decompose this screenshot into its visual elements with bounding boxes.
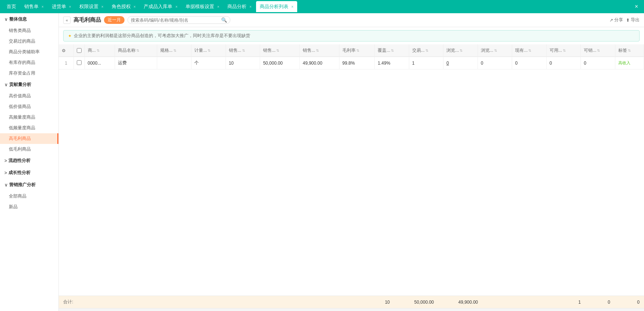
- collapse-sidebar-button[interactable]: «: [63, 17, 71, 24]
- col-label: 覆盖...: [378, 47, 390, 54]
- col-label: 可销...: [584, 47, 596, 54]
- col-header-unit: 计量...⇅: [191, 44, 226, 57]
- sort-icon[interactable]: ⇅: [173, 48, 176, 53]
- row-available1: 0: [512, 57, 546, 69]
- content-area: « 高毛利商品 近一月 🔍 ↗ 分享 ⬆ 导出 ✦ 企业的主要: [59, 13, 644, 311]
- col-header-transaction: 交易...⇅: [409, 44, 443, 57]
- sidebar-item-low-freq[interactable]: 低频量度商品: [0, 123, 58, 133]
- row-sales-profit: 49,900.00: [299, 57, 339, 69]
- col-header-available1: 现有...⇅: [512, 44, 546, 57]
- nav-close-purchase[interactable]: ×: [69, 5, 71, 9]
- row-sales-amount: 50,000.00: [260, 57, 300, 69]
- col-header-settings[interactable]: ⚙: [59, 44, 73, 57]
- header-actions: ↗ 分享 ⬆ 导出: [609, 17, 640, 23]
- sort-icon[interactable]: ⇅: [242, 48, 245, 53]
- nav-item-template[interactable]: 单据模板设置×: [182, 1, 223, 12]
- sidebar-item-all-products[interactable]: 全部商品: [0, 191, 58, 202]
- nav-item-permission[interactable]: 权限设置×: [76, 1, 107, 12]
- row-browse1[interactable]: 0: [443, 57, 478, 69]
- sidebar-item-stock-capital[interactable]: 库存资金占用: [0, 68, 58, 79]
- nav-item-purchase[interactable]: 进货单×: [48, 1, 75, 12]
- nav-item-analysis[interactable]: 商品分析×: [224, 1, 255, 12]
- sidebar-item-new-products[interactable]: 新品: [0, 202, 58, 212]
- sidebar: ∨整体信息销售类商品交易过的商品商品分类辅助率有库存的商品库存资金占用∨贡献量分…: [0, 13, 59, 311]
- col-header-sales-amount: 销售...⇅: [260, 44, 300, 57]
- col-label: 毛利率: [342, 47, 356, 54]
- sort-icon[interactable]: ⇅: [494, 48, 497, 53]
- sidebar-section-marketing[interactable]: ∨营销推广分析: [0, 179, 58, 191]
- sidebar-item-high-margin[interactable]: 高毛利商品: [0, 133, 58, 144]
- sidebar-section-overall[interactable]: ∨整体信息: [0, 13, 58, 25]
- sort-icon[interactable]: ⇅: [460, 48, 463, 53]
- nav-close-analysis-list[interactable]: ×: [291, 5, 294, 9]
- sort-icon[interactable]: ⇅: [276, 48, 279, 53]
- sidebar-item-in-stock[interactable]: 有库存的商品: [0, 57, 58, 68]
- col-header-sellable: 可销...⇅: [581, 44, 615, 57]
- sidebar-item-low-value[interactable]: 低价值商品: [0, 101, 58, 112]
- nav-item-home[interactable]: 首页: [3, 1, 20, 12]
- sort-icon[interactable]: ⇅: [597, 48, 600, 53]
- filter-recent-month-button[interactable]: 近一月: [104, 16, 125, 24]
- bottom-scrollbar[interactable]: [59, 308, 644, 311]
- row-tag: 高收入: [615, 57, 644, 69]
- sort-icon[interactable]: ⇅: [356, 48, 359, 53]
- close-all-tabs-button[interactable]: ×: [632, 3, 641, 10]
- nav-close-permission[interactable]: ×: [101, 5, 104, 9]
- select-all-checkbox[interactable]: [77, 48, 82, 53]
- row-checkbox[interactable]: [77, 60, 82, 65]
- nav-close-role[interactable]: ×: [134, 5, 136, 9]
- col-label: 浏览...: [446, 47, 459, 54]
- settings-icon[interactable]: ⚙: [62, 48, 66, 53]
- nav-close-analysis[interactable]: ×: [249, 5, 252, 9]
- footer-browse1: 0: [596, 300, 610, 305]
- sidebar-item-traded[interactable]: 交易过的商品: [0, 36, 58, 47]
- export-button[interactable]: ⬆ 导出: [626, 17, 640, 23]
- col-label: 可用...: [550, 47, 562, 54]
- footer-amount: 50,000.00: [404, 300, 434, 305]
- chevron-icon: >: [4, 170, 7, 176]
- sidebar-item-low-margin[interactable]: 低毛利商品: [0, 144, 58, 155]
- sort-icon[interactable]: ⇅: [425, 48, 428, 53]
- sort-icon[interactable]: ⇅: [528, 48, 531, 53]
- sort-icon[interactable]: ⇅: [97, 48, 100, 53]
- col-label: 销售...: [229, 47, 241, 54]
- col-header-check[interactable]: [73, 44, 84, 57]
- search-box: 🔍: [127, 16, 230, 24]
- sort-icon[interactable]: ⇅: [391, 48, 394, 53]
- sort-icon[interactable]: ⇅: [628, 48, 631, 53]
- col-label: 现有...: [515, 47, 528, 54]
- sidebar-item-high-value[interactable]: 高价值商品: [0, 91, 58, 101]
- sidebar-item-sales-ranking[interactable]: 销售类商品: [0, 25, 58, 36]
- sidebar-item-analysis-helper[interactable]: 商品分类辅助率: [0, 47, 58, 57]
- share-button[interactable]: ↗ 分享: [609, 17, 623, 23]
- sort-icon[interactable]: ⇅: [136, 48, 139, 53]
- sidebar-section-trend[interactable]: >流趋性分析: [0, 155, 58, 167]
- nav-item-product-in[interactable]: 产成品入库单×: [140, 1, 181, 12]
- sidebar-section-growth[interactable]: >成长性分析: [0, 167, 58, 179]
- chevron-icon: >: [4, 158, 7, 163]
- col-header-available2: 可用...⇅: [546, 44, 580, 57]
- row-transaction: 1: [409, 57, 443, 69]
- row-spec: [157, 57, 191, 69]
- nav-item-role[interactable]: 角色授权×: [108, 1, 140, 12]
- col-label: 计量...: [194, 47, 207, 54]
- nav-item-sales[interactable]: 销售单×: [21, 1, 47, 12]
- sidebar-section-label-wealth: 贡献量分析: [9, 82, 31, 88]
- sidebar-item-high-freq[interactable]: 高频量度商品: [0, 112, 58, 123]
- footer-transaction: 1: [566, 300, 581, 305]
- nav-close-product-in[interactable]: ×: [175, 5, 177, 9]
- sort-icon[interactable]: ⇅: [316, 48, 319, 53]
- sidebar-section-label-marketing: 营销推广分析: [9, 182, 36, 188]
- sort-icon[interactable]: ⇅: [208, 48, 211, 53]
- col-header-browse2: 浏览...⇅: [478, 44, 512, 57]
- search-input[interactable]: [131, 18, 220, 23]
- row-checkbox-cell[interactable]: [73, 57, 84, 69]
- sort-icon[interactable]: ⇅: [563, 48, 566, 53]
- sidebar-section-wealth[interactable]: ∨贡献量分析: [0, 79, 58, 91]
- nav-close-template[interactable]: ×: [217, 5, 219, 9]
- col-label: 销售...: [263, 47, 276, 54]
- nav-item-analysis-list[interactable]: 商品分析列表×: [256, 1, 297, 12]
- footer-browse2: 0: [625, 300, 640, 305]
- nav-close-sales[interactable]: ×: [42, 5, 44, 9]
- chevron-icon: ∨: [4, 82, 8, 87]
